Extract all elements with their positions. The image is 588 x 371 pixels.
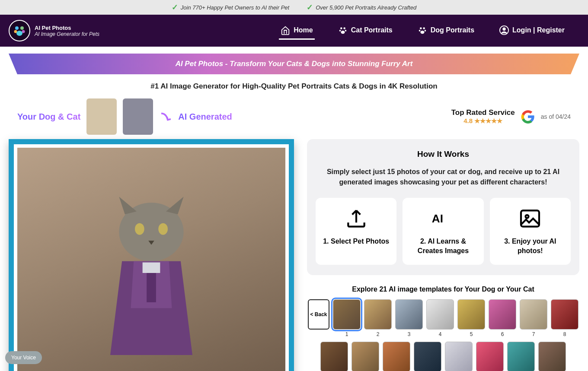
template-num: 3 [408,331,411,337]
template-num: 6 [501,331,504,337]
template-thumb-9[interactable] [320,342,348,371]
feedback-button[interactable]: Your Voice [5,351,42,364]
nav-dog-portraits[interactable]: Dog Portraits [416,22,476,40]
svg-point-16 [502,27,505,30]
svg-point-7 [339,30,341,32]
svg-point-14 [420,30,424,33]
template-thumb-2[interactable] [364,299,392,330]
nav-home-label: Home [294,26,313,34]
svg-point-1 [20,26,24,30]
brand-title: AI Pet Photos [35,25,99,31]
check-icon: ✓ [172,3,178,12]
template-item [414,342,441,371]
template-item: 6 [489,299,516,337]
preview-image [17,148,285,371]
template-item [383,342,410,371]
svg-point-8 [345,30,346,32]
feedback-label: Your Voice [11,355,36,361]
svg-point-13 [424,30,426,32]
template-item [476,342,504,371]
paw-icon [338,25,348,35]
step-3-label: 3. Enjoy your AI photos! [495,237,566,256]
back-button[interactable]: < Back [308,299,329,330]
template-thumb-14[interactable] [476,342,504,371]
template-item [320,342,348,371]
brand-logo[interactable]: AI Pet Photos AI Image Generator for Pet… [9,20,99,41]
upload-icon [344,206,368,231]
brand-subtitle: AI Image Generator for Pets [35,31,99,37]
step-1-label: 1. Select Pet Photos [323,237,389,246]
paw-icon [13,24,26,38]
template-thumb-10[interactable] [352,342,379,371]
svg-point-0 [15,26,19,30]
main-navbar: AI Pet Photos AI Image Generator for Pet… [0,15,588,47]
step-card-2: AI 2. AI Learns & Creates Images [403,198,483,265]
info-right: Top Rated Service 4.8 ★★★★★ as of 04/24 [451,108,571,125]
nav-dog-label: Dog Portraits [431,26,474,34]
cat-thumb [123,98,153,135]
template-thumb-4[interactable] [426,299,454,330]
arrow-icon [159,110,172,123]
info-row: Your Dog & Cat AI Generated Top Rated Se… [0,98,588,139]
template-num: 2 [377,331,380,337]
nav-home[interactable]: Home [279,22,314,40]
template-thumb-5[interactable] [457,299,485,330]
promo-item-2: ✓ Over 5,900 Pet Portraits Already Craft… [307,3,416,12]
template-item: 1 [333,299,361,337]
nav-links: Home Cat Portraits Dog Portraits Login |… [279,22,566,40]
svg-rect-23 [521,210,539,226]
template-thumb-6[interactable] [489,299,516,330]
sub-heading: #1 AI Image Generator for High-Quality P… [9,82,579,91]
template-thumb-8[interactable] [551,299,578,330]
step-card-1: 1. Select Pet Photos [316,198,396,265]
ai-icon: AI [431,206,455,231]
user-icon [499,25,509,35]
svg-text:AI: AI [432,212,443,225]
nav-login-label: Login | Register [512,26,565,34]
step-2-label: 2. AI Learns & Creates Images [408,237,478,256]
hero-banner: AI Pet Photos - Transform Your Cats & Do… [9,54,579,74]
svg-point-19 [158,223,168,235]
promo-text-2: Over 5,900 Pet Portraits Already Crafted [316,4,416,11]
svg-point-24 [526,215,529,218]
template-thumb-13[interactable] [445,342,473,371]
rating-title: Top Rated Service [451,108,515,117]
template-item: 3 [395,299,423,337]
nav-login-register[interactable]: Login | Register [498,22,566,40]
template-item [445,342,473,371]
template-thumb-3[interactable] [395,299,423,330]
google-icon [521,110,535,124]
hero-text: AI Pet Photos - Transform Your Cats & Do… [176,60,413,68]
svg-point-18 [135,223,144,235]
template-thumb-15[interactable] [507,342,535,371]
cat-portrait-illustration [91,191,212,355]
svg-point-11 [423,27,425,29]
paw-icon [418,25,427,35]
template-thumb-1[interactable] [333,299,361,330]
image-icon [518,206,542,231]
template-thumb-7[interactable] [520,299,547,330]
template-item: 4 [426,299,454,337]
step-card-3: 3. Enjoy your AI photos! [490,198,571,265]
templates-grid-row2 [307,342,579,371]
rating-stars: 4.8 ★★★★★ [451,117,515,125]
your-pet-label: Your Dog & Cat [17,112,80,122]
brand-text: AI Pet Photos AI Image Generator for Pet… [35,25,99,37]
how-description: Simply select just 15 photos of your cat… [316,167,571,187]
info-left: Your Dog & Cat AI Generated [17,98,232,135]
templates-title: Explore 21 AI image templates for Your D… [307,285,579,293]
how-it-works-box: How It Works Simply select just 15 photo… [307,139,579,275]
template-num: 7 [532,331,535,337]
back-button-wrap: < Back [308,299,329,337]
template-item: 5 [457,299,485,337]
template-thumb-11[interactable] [383,342,410,371]
preview-frame [9,139,294,371]
template-num: 1 [345,331,348,337]
svg-point-12 [419,30,420,32]
promo-banner: ✓ Join 770+ Happy Pet Owners to AI their… [0,0,588,15]
svg-point-9 [341,30,345,33]
template-thumb-16[interactable] [538,342,566,371]
nav-cat-portraits[interactable]: Cat Portraits [336,22,394,40]
template-thumb-12[interactable] [414,342,441,371]
dog-thumb [86,98,117,135]
